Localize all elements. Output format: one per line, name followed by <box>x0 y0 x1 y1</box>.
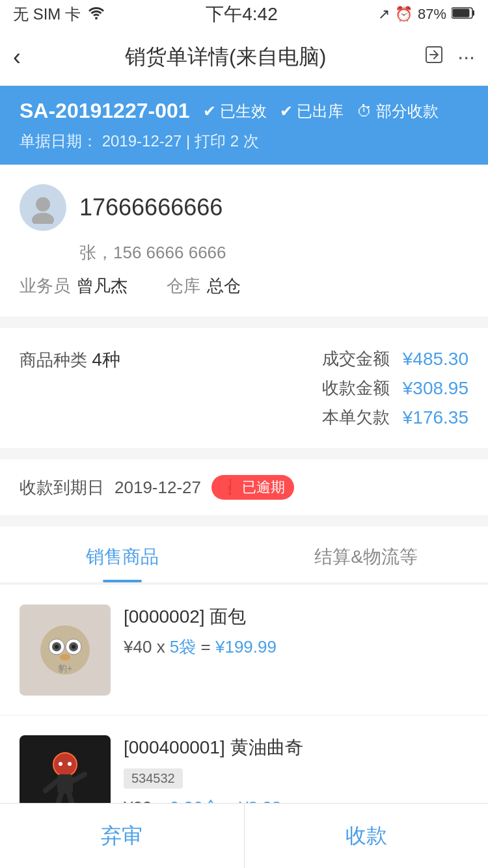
warehouse-value: 总仓 <box>207 275 241 297</box>
product-id-cookie: [000400001] <box>124 737 225 757</box>
check-icon-1: ✔ <box>203 102 216 120</box>
status-right: ↗ ⏰ 87% <box>378 6 475 23</box>
order-id: SA-20191227-001 <box>20 99 190 123</box>
price-x-1: x <box>157 637 170 657</box>
product-types-label: 商品种类 <box>20 350 87 370</box>
page-title: 销货单详情(来自电脑) <box>27 43 424 72</box>
back-button[interactable]: ‹ <box>13 37 27 77</box>
product-thumb-bread: 豹+ <box>20 604 111 696</box>
status-left: 无 SIM 卡 <box>13 4 105 25</box>
alarm-icon: ⏰ <box>395 6 413 23</box>
collect-payment-button[interactable]: 收款 <box>245 804 489 868</box>
due-date-section: 收款到期日 2019-12-27 ❗ 已逾期 <box>0 459 488 516</box>
customer-meta: 业务员 曾凡杰 仓库 总仓 <box>20 275 468 297</box>
amounts-section: 成交金额 ¥485.30 收款金额 ¥308.95 本单欠款 ¥176.35 <box>322 347 468 429</box>
tab-settlement[interactable]: 结算&物流等 <box>244 526 488 582</box>
salesperson-label: 业务员 <box>20 275 70 297</box>
svg-point-24 <box>59 762 62 766</box>
price-eq-1: = <box>201 637 215 657</box>
warehouse-meta: 仓库 总仓 <box>167 275 241 297</box>
status-bar: 无 SIM 卡 下午4:42 ↗ ⏰ 87% <box>0 0 488 29</box>
product-tag-cookie: 534532 <box>124 768 183 789</box>
product-name-cookie: [000400001] 黄油曲奇 <box>124 735 468 760</box>
location-icon: ↗ <box>378 6 390 23</box>
bottom-bar: 弃审 收款 <box>0 803 488 868</box>
avatar <box>20 184 66 231</box>
badge-dispatched: ✔ 已出库 <box>280 101 344 122</box>
order-header-banner: SA-20191227-001 ✔ 已生效 ✔ 已出库 ⏱ 部分收款 单据日期：… <box>0 86 488 165</box>
product-types-count: 4种 <box>92 349 120 370</box>
badge-effective: ✔ 已生效 <box>203 101 267 122</box>
wifi-icon <box>87 5 105 23</box>
total-bread: ¥199.99 <box>215 637 277 657</box>
salesperson-value: 曾凡杰 <box>77 275 128 297</box>
deal-amount-value: ¥485.30 <box>403 349 468 370</box>
clock-icon: ⏱ <box>357 102 372 120</box>
due-date-label: 收款到期日 <box>20 476 104 499</box>
due-date-value: 2019-12-27 <box>115 478 201 498</box>
nav-bar: ‹ 销货单详情(来自电脑) ··· <box>0 29 488 86</box>
received-value: ¥308.95 <box>403 378 468 399</box>
battery-icon <box>452 6 475 23</box>
svg-point-11 <box>55 645 59 649</box>
tabs-bar: 销售商品 结算&物流等 <box>0 526 488 584</box>
overdue-text: 已逾期 <box>242 478 285 497</box>
product-price-bread: ¥40 x 5袋 = ¥199.99 <box>124 636 468 658</box>
share-button[interactable] <box>424 44 444 70</box>
overdue-badge: ❗ 已逾期 <box>211 475 294 500</box>
debt-amount-row: 本单欠款 ¥176.35 <box>322 406 468 429</box>
banner-top-row: SA-20191227-001 ✔ 已生效 ✔ 已出库 ⏱ 部分收款 <box>20 99 468 123</box>
customer-phone: 17666666666 <box>79 194 223 221</box>
nav-actions: ··· <box>424 44 475 70</box>
price-value-bread: ¥40 <box>124 637 152 657</box>
svg-text:豹+: 豹+ <box>58 663 72 673</box>
customer-section: 17666666666 张，156 6666 6666 业务员 曾凡杰 仓库 总… <box>0 165 488 318</box>
badge-partial: ⏱ 部分收款 <box>357 101 439 122</box>
svg-point-5 <box>32 213 54 224</box>
customer-row: 17666666666 <box>20 184 468 231</box>
warehouse-label: 仓库 <box>167 275 200 297</box>
bread-image: 豹+ <box>20 604 111 696</box>
product-item-bread: 豹+ [0000002] 面包 ¥40 x 5袋 = ¥199.99 <box>0 585 488 716</box>
deal-amount-label: 成交金额 <box>322 347 390 370</box>
debt-label: 本单欠款 <box>322 406 390 429</box>
svg-point-4 <box>36 197 50 211</box>
svg-point-13 <box>60 654 70 660</box>
svg-rect-1 <box>472 10 474 16</box>
product-title-cookie: 黄油曲奇 <box>230 737 303 757</box>
battery-text: 87% <box>418 6 446 23</box>
product-title-bread: 面包 <box>210 606 246 627</box>
carrier-text: 无 SIM 卡 <box>13 4 81 25</box>
tab-sales-products[interactable]: 销售商品 <box>0 526 244 582</box>
svg-point-25 <box>68 762 72 766</box>
customer-name-phone: 张，156 6666 6666 <box>20 241 468 264</box>
salesperson-meta: 业务员 曾凡杰 <box>20 275 128 297</box>
svg-point-12 <box>72 645 75 649</box>
deal-amount-row: 成交金额 ¥485.30 <box>322 347 468 370</box>
received-label: 收款金额 <box>322 377 390 400</box>
product-types: 商品种类 4种 <box>20 347 120 372</box>
qty-bread: 5袋 <box>170 637 196 657</box>
more-button[interactable]: ··· <box>457 45 475 69</box>
status-time: 下午4:42 <box>206 2 278 27</box>
debt-value: ¥176.35 <box>403 407 468 428</box>
svg-rect-2 <box>453 9 470 18</box>
received-amount-row: 收款金额 ¥308.95 <box>322 377 468 400</box>
product-info-bread: [0000002] 面包 ¥40 x 5袋 = ¥199.99 <box>124 604 468 696</box>
summary-section: 商品种类 4种 成交金额 ¥485.30 收款金额 ¥308.95 本单欠款 ¥… <box>0 328 488 449</box>
product-name-bread: [0000002] 面包 <box>124 604 468 629</box>
svg-rect-18 <box>57 774 73 794</box>
product-id-bread: [0000002] <box>124 606 205 627</box>
check-icon-2: ✔ <box>280 102 293 120</box>
overdue-icon: ❗ <box>221 479 238 496</box>
abandon-review-button[interactable]: 弃审 <box>0 804 245 868</box>
order-date-info: 单据日期： 2019-12-27 | 打印 2 次 <box>20 131 468 152</box>
